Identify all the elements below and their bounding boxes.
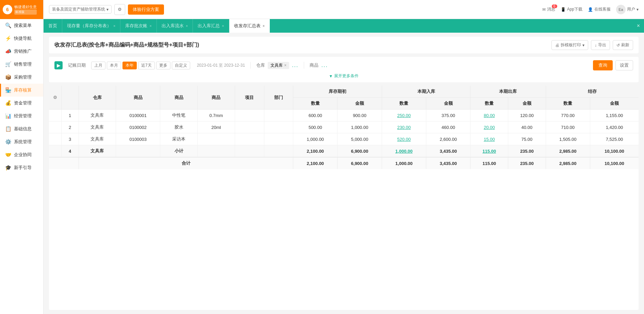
cell-goods-spec: 0.7mm — [197, 110, 235, 121]
date-btn-this-month[interactable]: 本月 — [107, 62, 121, 69]
tab-bar-close[interactable]: × — [633, 23, 644, 29]
settings-button[interactable]: ⚙ — [114, 4, 125, 15]
date-btn-this-year[interactable]: 本年 — [122, 62, 137, 69]
cell-warehouse: 文具库 — [79, 110, 116, 121]
finance-icon: 💰 — [5, 100, 11, 106]
date-btn-last-month[interactable]: 上月 — [91, 62, 105, 69]
system-title-dropdown[interactable]: 装备及固定资产辅助管理系统 ▾ — [49, 5, 112, 14]
cell-goods-name: 采访本 — [160, 133, 197, 145]
cell-goods-code: 0100002 — [116, 121, 160, 133]
cell-in-qty[interactable]: 520.00 — [382, 133, 426, 145]
date-btn-custom[interactable]: 自定义 — [172, 62, 190, 69]
cell-in-qty[interactable]: 1,000.00 — [382, 145, 426, 158]
cell-end-amt: 7,525.00 — [590, 133, 639, 145]
query-button[interactable]: 查询 — [593, 60, 613, 70]
tab-home[interactable]: 首页 — [44, 19, 62, 33]
sidebar-item-enterprise[interactable]: 🤝 企业协同 — [0, 148, 43, 161]
refresh-button[interactable]: ↺ 刷新 — [613, 40, 633, 50]
export-button[interactable]: ↓ 导出 — [591, 40, 610, 50]
sidebar: 6 畅捷通好生意 标准版 🔍 搜索菜单 ⚡ 快捷导航 📣 营销推广 🛒 销售管理… — [0, 0, 44, 314]
cell-settings — [49, 145, 61, 158]
print-button[interactable]: 🖨 拆模板打印 ▾ — [551, 40, 588, 50]
footer-end-amt: 10,100.00 — [590, 157, 639, 169]
user-dropdown-icon: ▾ — [637, 7, 639, 12]
message-action[interactable]: ✉ 消息 6 — [542, 6, 555, 12]
sidebar-item-system[interactable]: ⚙️ 系统管理 — [0, 135, 43, 148]
sidebar-item-inventory[interactable]: 🏪 库存核算 — [0, 84, 43, 97]
experience-button[interactable]: 体验行业方案 — [128, 4, 164, 15]
cell-out-qty[interactable]: 15.00 — [470, 133, 508, 145]
expand-conditions-button[interactable]: ▼ 展开更多条件 — [329, 73, 359, 79]
warehouse-tag: 文具库 × — [268, 62, 289, 69]
th-out-amt: 金额 — [508, 98, 546, 110]
goods-field: 商品 ... — [310, 62, 328, 68]
logo-icon: 6 — [3, 5, 12, 14]
footer-open-qty: 2,100.00 — [293, 157, 337, 169]
sidebar-item-marketing[interactable]: 📣 营销推广 — [0, 45, 43, 58]
avatar: Ea — [616, 5, 626, 14]
table-row: 2文具库0100002胶水20ml500.001,000.00230.00460… — [49, 121, 639, 133]
tab-batch[interactable]: 库存批次账 × — [120, 19, 156, 33]
tab-recv-send[interactable]: 收发存汇总表 × — [229, 19, 270, 33]
cell-in-amt: 3,435.00 — [426, 145, 470, 158]
tab-close-recv-send[interactable]: × — [263, 24, 265, 28]
user-action[interactable]: Ea 用户 ▾ — [616, 5, 639, 14]
sidebar-item-search[interactable]: 🔍 搜索菜单 — [0, 19, 43, 32]
tab-close-batch[interactable]: × — [149, 24, 151, 28]
purchase-icon: 📦 — [5, 74, 11, 80]
tab-inout-flow[interactable]: 出入库流水 × — [157, 19, 193, 33]
sidebar-item-quick[interactable]: ⚡ 快捷导航 — [0, 32, 43, 45]
table-row: 3文具库0100003采访本1,000.005,000.00520.002,60… — [49, 133, 639, 145]
cell-settings — [49, 133, 61, 145]
sidebar-item-finance[interactable]: 💰 资金管理 — [0, 97, 43, 110]
filter-toggle-button[interactable]: ▶ — [54, 61, 63, 69]
table-settings-icon[interactable]: ⚙ — [53, 95, 57, 100]
export-icon: ↓ — [595, 43, 597, 48]
cell-out-qty[interactable]: 115.00 — [470, 145, 508, 158]
cell-no: 4 — [61, 145, 79, 158]
cell-project — [235, 121, 264, 133]
cell-goods-spec: 20ml — [197, 121, 235, 133]
main-area: 装备及固定资产辅助管理系统 ▾ ⚙ 体验行业方案 ✉ 消息 6 📱 App下载 … — [44, 0, 644, 314]
tab-inventory-dist[interactable]: 现存量（库存分布表） × — [62, 19, 120, 33]
cell-out-amt: 40.00 — [508, 121, 546, 133]
sidebar-item-basic[interactable]: 📋 基础信息 — [0, 122, 43, 135]
cell-in-qty[interactable]: 230.00 — [382, 121, 426, 133]
th-goods-spec: 商品 — [197, 86, 235, 110]
tab-close-inout-summary[interactable]: × — [222, 24, 224, 28]
cell-out-qty[interactable]: 80.00 — [470, 110, 508, 121]
sidebar-item-guide[interactable]: 🎓 新手引导 — [0, 161, 43, 174]
basic-icon: 📋 — [5, 126, 11, 132]
footer-out-qty: 115.00 — [470, 157, 508, 169]
footer-in-amt: 3,435.00 — [426, 157, 470, 169]
cell-goods-name: 胶水 — [160, 121, 197, 133]
date-btn-more[interactable]: 更多 — [156, 62, 170, 69]
th-in-qty: 数量 — [382, 98, 426, 110]
th-group-open: 库存期初 — [293, 86, 382, 98]
online-service-action[interactable]: 👤 在线客服 — [588, 6, 611, 12]
sidebar-item-operations[interactable]: 📊 经营管理 — [0, 110, 43, 122]
cell-end-qty: 1,505.00 — [546, 133, 590, 145]
cell-open-qty: 500.00 — [293, 121, 337, 133]
tab-inout-summary[interactable]: 出入库汇总 × — [193, 19, 229, 33]
tab-close-inout-flow[interactable]: × — [186, 24, 188, 28]
th-group-in: 本期入库 — [382, 86, 470, 98]
tab-close-inventory-dist[interactable]: × — [113, 24, 115, 28]
warehouse-field: 仓库 文具库 × ... — [256, 62, 298, 69]
cell-in-amt: 460.00 — [426, 121, 470, 133]
date-btn-7days[interactable]: 近7天 — [138, 62, 155, 69]
warehouse-more-dots[interactable]: ... — [292, 62, 298, 68]
cell-settings — [49, 110, 61, 121]
cell-in-qty[interactable]: 250.00 — [382, 110, 426, 121]
warehouse-tag-close[interactable]: × — [284, 63, 286, 68]
goods-more-dots[interactable]: ... — [321, 62, 328, 68]
cell-goods-name: 中性笔 — [160, 110, 197, 121]
cell-out-qty[interactable]: 20.00 — [470, 121, 508, 133]
sidebar-item-purchase[interactable]: 📦 采购管理 — [0, 71, 43, 84]
sidebar-item-sales[interactable]: 🛒 销售管理 — [0, 58, 43, 71]
service-icon: 👤 — [588, 7, 593, 12]
cell-out-amt: 120.00 — [508, 110, 546, 121]
app-download-action[interactable]: 📱 App下载 — [561, 6, 582, 12]
filter-settings-button[interactable]: 设置 — [615, 60, 633, 70]
marketing-icon: 📣 — [5, 48, 11, 54]
